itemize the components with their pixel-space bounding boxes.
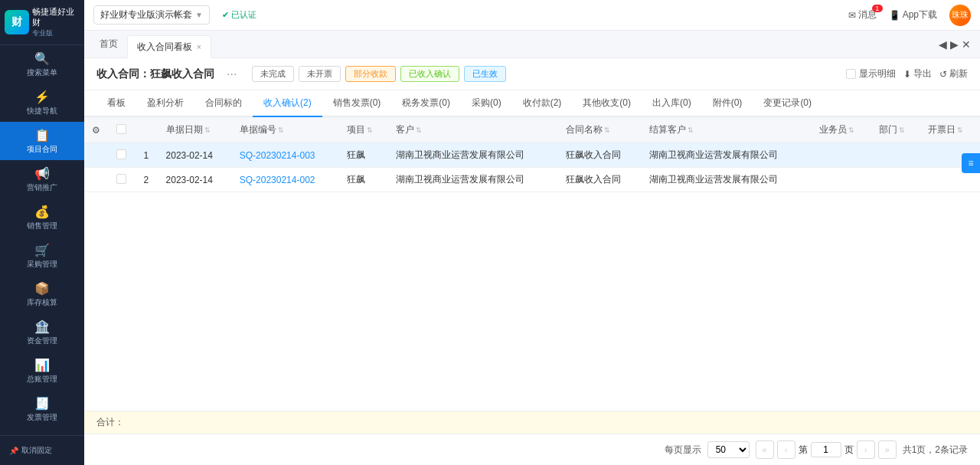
last-page-button[interactable]: » xyxy=(878,440,897,459)
company-selector[interactable]: 好业财专业版演示帐套 ▼ xyxy=(93,5,210,25)
more-button[interactable]: ··· xyxy=(227,67,237,81)
table-header-row: ⚙ 单据日期 ⇅ 单据编号 ⇅ xyxy=(84,117,980,143)
first-page-button[interactable]: « xyxy=(756,440,774,459)
show-detail-checkbox[interactable] xyxy=(846,69,856,79)
refresh-icon: ↺ xyxy=(939,69,947,80)
row-department xyxy=(871,143,920,168)
nav-icon-search: 🔍 xyxy=(34,51,50,66)
sub-tab-3[interactable]: 收入确认(2) xyxy=(253,90,322,117)
tab-close-button[interactable]: × xyxy=(197,43,201,51)
tab-home[interactable]: 首页 xyxy=(93,34,124,54)
sub-tab-11[interactable]: 变更记录(0) xyxy=(753,90,822,117)
nav-icon-finance: 🏦 xyxy=(34,319,50,334)
sort-project[interactable]: ⇅ xyxy=(367,126,373,134)
right-float-panel[interactable]: ≡ xyxy=(962,153,980,173)
sidebar-item-tax[interactable]: 📑 税务管理 xyxy=(0,428,84,435)
header-right-actions: 显示明细 ⬇ 导出 ↺ 刷新 xyxy=(846,67,968,80)
status-income-confirmed[interactable]: 已收入确认 xyxy=(400,66,459,82)
nav-icon-quick-nav: ⚡ xyxy=(34,90,50,104)
status-buttons: 未完成 未开票 部分收款 已收入确认 已生效 xyxy=(252,66,506,82)
sub-tab-2[interactable]: 合同标的 xyxy=(194,90,253,117)
sort-contract[interactable]: ⇅ xyxy=(604,126,610,134)
nav-icon-invoice: 🧾 xyxy=(34,396,50,411)
sort-billing[interactable]: ⇅ xyxy=(688,126,694,134)
sort-date[interactable]: ⇅ xyxy=(204,126,211,134)
sidebar-item-marketing[interactable]: 📢 营销推广 xyxy=(0,160,84,198)
row-checkbox[interactable] xyxy=(109,143,134,168)
show-detail-toggle[interactable]: 显示明细 xyxy=(846,67,896,80)
sidebar-item-invoice[interactable]: 🧾 发票管理 xyxy=(0,390,84,428)
company-name: 好业财专业版演示帐套 xyxy=(100,8,192,21)
prev-page-button[interactable]: ‹ xyxy=(777,440,795,459)
sub-tab-1[interactable]: 盈利分析 xyxy=(136,90,194,117)
tab-prev-button[interactable]: ◀ xyxy=(939,38,947,51)
sort-sales[interactable]: ⇅ xyxy=(848,126,854,134)
sidebar-item-quick-nav[interactable]: ⚡ 快捷导航 xyxy=(0,84,84,122)
show-detail-label: 显示明细 xyxy=(859,67,896,80)
sort-invoice-date[interactable]: ⇅ xyxy=(957,126,963,134)
row-date: 2023-02-14 xyxy=(158,168,232,192)
sub-tab-9[interactable]: 出入库(0) xyxy=(642,90,702,117)
table-row[interactable]: 1 2023-02-14 SQ-20230214-003 狂飙 湖南卫视商业运营… xyxy=(84,143,980,168)
app-download-button[interactable]: 📱 App下载 xyxy=(889,8,937,21)
status-not-invoiced[interactable]: 未开票 xyxy=(299,66,341,82)
doc-no-link[interactable]: SQ-20230214-003 xyxy=(240,150,315,161)
sub-tab-4[interactable]: 销售发票(0) xyxy=(322,90,392,117)
total-info: 共1页，2条记录 xyxy=(903,444,968,457)
doc-no-link[interactable]: SQ-20230214-002 xyxy=(240,175,315,185)
nav-label-purchase: 采购管理 xyxy=(27,260,57,269)
pagination: 每页显示 2050100 « ‹ 第 页 › » 共1页，2条记录 xyxy=(84,434,980,465)
page-nav: « ‹ 第 页 › » xyxy=(756,440,897,459)
select-all-checkbox[interactable] xyxy=(116,124,126,134)
row-salesperson xyxy=(812,143,871,168)
status-active[interactable]: 已生效 xyxy=(464,66,506,82)
th-department: 部门 ⇅ xyxy=(871,117,920,143)
sub-tab-8[interactable]: 其他收支(0) xyxy=(572,90,642,117)
th-settings[interactable]: ⚙ xyxy=(84,117,109,143)
sidebar-item-search[interactable]: 🔍 搜索菜单 xyxy=(0,45,84,84)
nav-label-finance: 资金管理 xyxy=(27,336,57,345)
sub-tab-7[interactable]: 收付款(2) xyxy=(512,90,573,117)
message-button[interactable]: ✉ 消息 1 xyxy=(848,8,877,21)
sub-tab-10[interactable]: 附件(0) xyxy=(702,90,753,117)
export-button[interactable]: ⬇ 导出 xyxy=(903,67,932,80)
sidebar-item-finance[interactable]: 🏦 资金管理 xyxy=(0,313,84,352)
tab-contract-board[interactable]: 收入合同看板 × xyxy=(127,35,211,58)
status-partial-payment[interactable]: 部分收款 xyxy=(345,66,396,82)
export-label: 导出 xyxy=(913,67,932,80)
sidebar-item-purchase[interactable]: 🛒 采购管理 xyxy=(0,237,84,275)
row-checkbox[interactable] xyxy=(109,168,134,192)
sidebar-item-project[interactable]: 📋 项目合同 xyxy=(0,122,84,160)
main-content: 好业财专业版演示帐套 ▼ ✔ 已认证 ✉ 消息 1 📱 App下载 珠珠 首页 … xyxy=(84,0,980,465)
row-num: 2 xyxy=(134,168,158,192)
app-logo: 财 畅捷通好业财 专业版 xyxy=(0,0,84,45)
tab-next-button[interactable]: ▶ xyxy=(950,38,959,51)
unpin-button[interactable]: 📌 取消固定 xyxy=(6,442,78,459)
user-avatar[interactable]: 珠珠 xyxy=(949,5,971,26)
table-row[interactable]: 2 2023-02-14 SQ-20230214-002 狂飙 湖南卫视商业运营… xyxy=(84,168,980,192)
sidebar-item-sales[interactable]: 💰 销售管理 xyxy=(0,198,84,237)
sort-customer[interactable]: ⇅ xyxy=(416,126,422,134)
sidebar: 财 畅捷通好业财 专业版 🔍 搜索菜单 ⚡ 快捷导航 📋 项目合同 📢 营销推广… xyxy=(0,0,84,465)
page-number-input[interactable] xyxy=(811,442,841,457)
contract-title: 收入合同：狂飙收入合同 xyxy=(96,67,214,81)
message-icon: ✉ xyxy=(848,10,856,21)
sidebar-item-inventory[interactable]: 📦 库存核算 xyxy=(0,275,84,313)
table-container[interactable]: ⚙ 单据日期 ⇅ 单据编号 ⇅ xyxy=(84,117,980,411)
sub-tab-0[interactable]: 看板 xyxy=(96,90,136,117)
nav-icon-project: 📋 xyxy=(34,128,50,142)
refresh-button[interactable]: ↺ 刷新 xyxy=(939,67,968,80)
sort-dept[interactable]: ⇅ xyxy=(899,126,905,134)
status-not-completed[interactable]: 未完成 xyxy=(252,66,294,82)
tab-close-all-button[interactable]: ✕ xyxy=(962,38,971,51)
next-page-button[interactable]: › xyxy=(857,440,875,459)
page-size-select[interactable]: 2050100 xyxy=(707,441,750,458)
export-icon: ⬇ xyxy=(903,69,911,80)
sub-tab-5[interactable]: 税务发票(0) xyxy=(391,90,461,117)
sidebar-item-general[interactable]: 📊 总账管理 xyxy=(0,352,84,390)
row-contract-name: 狂飙收入合同 xyxy=(558,143,642,168)
sub-tab-6[interactable]: 采购(0) xyxy=(461,90,512,117)
sort-doc-no[interactable]: ⇅ xyxy=(278,126,284,134)
contract-header: 收入合同：狂飙收入合同 ··· 未完成 未开票 部分收款 已收入确认 已生效 显… xyxy=(84,58,980,90)
tabbar: 首页 收入合同看板 × ◀ ▶ ✕ xyxy=(84,31,980,58)
